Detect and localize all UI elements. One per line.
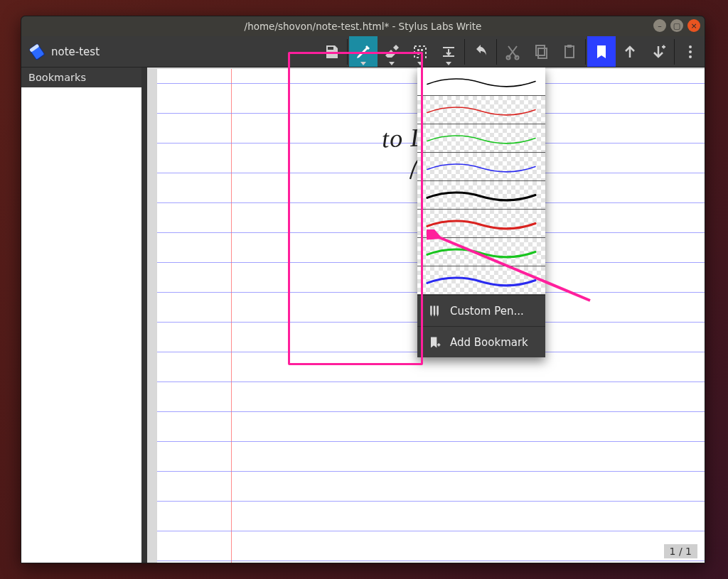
svg-rect-12 [567,45,572,48]
chevron-down-icon [417,62,423,65]
paste-icon [561,43,578,60]
svg-rect-2 [414,46,426,58]
bookmark-button[interactable] [587,36,616,67]
pen-option-thin-green[interactable] [417,124,545,153]
chevron-down-icon [389,62,395,65]
kebab-icon [682,43,699,60]
pen-option-thin-blue[interactable] [417,153,545,181]
hrule [157,561,705,561]
copy-icon [532,43,550,60]
svg-rect-5 [417,53,419,55]
pens-icon [427,304,441,318]
overflow-menu-button[interactable] [676,36,705,67]
hrule [157,382,705,382]
bookmark-icon [593,43,610,60]
eraser-tool-button[interactable] [378,36,406,67]
document-icon [25,40,48,63]
svg-rect-9 [536,45,545,55]
bookmark-add-icon [427,335,441,350]
sidebar-body[interactable] [21,87,141,563]
selection-icon [412,43,429,60]
canvas[interactable]: to LinuxHint Custom Pen...Add Bookmark 1… [147,67,705,563]
svg-point-14 [689,50,692,53]
undo-button[interactable] [466,36,495,67]
page-indicator: 1 / 1 [664,544,697,558]
insert-space-icon [440,43,457,60]
close-button[interactable]: × [687,19,700,32]
svg-rect-4 [421,49,423,51]
cut-button[interactable] [498,36,527,67]
pen-option-thin-black[interactable] [417,67,545,96]
eraser-icon [383,43,400,60]
copy-button[interactable] [527,36,555,67]
hrule [157,471,705,472]
select-tool-button[interactable] [406,36,434,67]
save-icon [323,43,340,60]
arrow-up-icon [621,43,638,60]
main-area: Bookmarks to LinuxHint Custom Pen...Add … [21,67,705,563]
pen-option-thick-black[interactable] [417,181,545,210]
window-title: /home/shovon/note-test.html* - Stylus La… [245,21,482,32]
bookmarks-sidebar: Bookmarks [21,67,147,563]
svg-rect-6 [421,53,423,55]
window-controls: – ▢ × [653,19,700,32]
hrule [157,531,705,531]
maximize-button[interactable]: ▢ [670,19,683,32]
prev-page-button[interactable] [616,36,644,67]
toolbar: note-test [21,36,705,67]
pen-tool-button[interactable] [349,36,378,67]
custom-pen-item[interactable]: Custom Pen... [417,295,545,326]
add-bookmark-label: Add Bookmark [450,336,528,349]
sidebar-header: Bookmarks [21,67,141,87]
insert-space-button[interactable] [434,36,463,67]
svg-point-15 [689,55,692,58]
pen-option-thin-red[interactable] [417,96,545,124]
minimize-button[interactable]: – [653,19,666,32]
undo-icon [472,43,489,60]
custom-pen-label: Custom Pen... [450,305,524,318]
save-button[interactable] [317,36,346,67]
svg-rect-10 [538,48,547,58]
pen-icon [355,43,372,60]
pen-dropdown: Custom Pen...Add Bookmark [417,67,545,357]
svg-rect-3 [417,49,419,51]
pen-option-thick-red[interactable] [417,210,545,238]
hrule [157,501,705,502]
chevron-down-icon [360,62,366,65]
titlebar: /home/shovon/note-test.html* - Stylus La… [21,16,705,36]
app-window: /home/shovon/note-test.html* - Stylus La… [21,16,705,563]
cut-icon [504,43,521,60]
hrule [157,441,705,442]
next-page-button[interactable] [644,36,673,67]
add-bookmark-item[interactable]: Add Bookmark [417,326,545,357]
document-name: note-test [51,45,100,58]
hrule [157,411,705,412]
paste-button[interactable] [555,36,584,67]
svg-point-13 [689,45,692,48]
pen-option-thick-blue[interactable] [417,266,545,295]
arrow-down-plus-icon [650,43,667,60]
svg-rect-11 [565,46,574,58]
chevron-down-icon [446,62,451,65]
pen-option-thick-green[interactable] [417,238,545,266]
